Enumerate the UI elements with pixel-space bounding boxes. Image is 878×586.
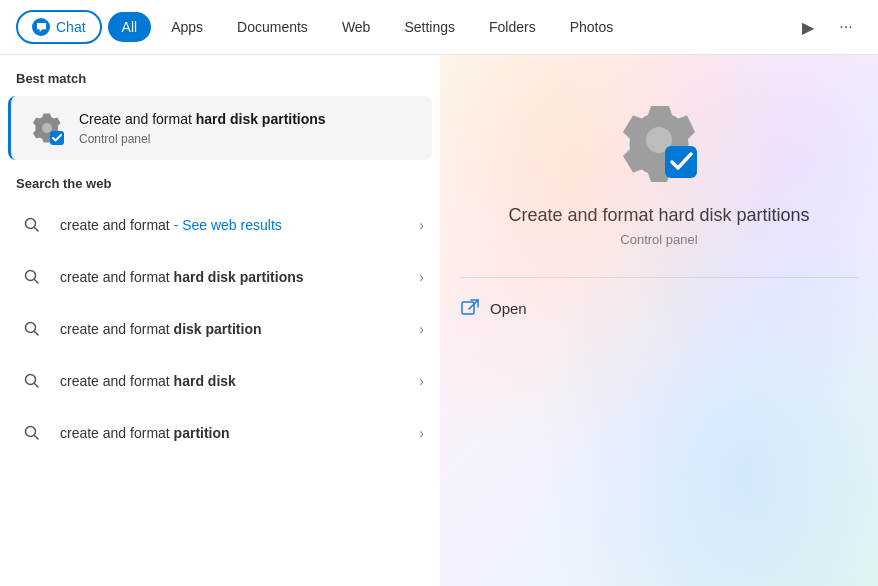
svg-rect-13 — [665, 146, 697, 178]
chevron-icon-1: › — [419, 217, 424, 233]
search-1-see-web: - See web results — [174, 217, 282, 233]
svg-line-5 — [35, 280, 39, 284]
search-web-title: Search the web — [0, 160, 440, 199]
open-icon — [460, 298, 480, 318]
chat-label: Chat — [56, 19, 86, 35]
search-icon-1 — [16, 209, 48, 241]
more-icon: ··· — [839, 18, 852, 36]
chevron-icon-2: › — [419, 269, 424, 285]
chevron-icon-4: › — [419, 373, 424, 389]
best-match-item-title: Create and format hard disk partitions — [79, 110, 416, 130]
best-match-item[interactable]: Create and format hard disk partitions C… — [8, 96, 432, 160]
search-item-4[interactable]: create and format hard disk › — [0, 355, 440, 407]
search-item-1[interactable]: create and format - See web results › — [0, 199, 440, 251]
tab-photos[interactable]: Photos — [556, 12, 628, 42]
top-bar: Chat All Apps Documents Web Settings Fol… — [0, 0, 878, 55]
search-1-regular: create and format — [60, 217, 170, 233]
search-4-bold: hard disk — [170, 373, 236, 389]
search-item-3[interactable]: create and format disk partition › — [0, 303, 440, 355]
search-2-regular: create and format — [60, 269, 170, 285]
chat-button[interactable]: Chat — [16, 10, 102, 44]
search-4-regular: create and format — [60, 373, 170, 389]
title-bold: hard disk partitions — [192, 111, 326, 127]
chat-icon — [32, 18, 50, 36]
search-3-bold: disk partition — [170, 321, 262, 337]
tab-folders[interactable]: Folders — [475, 12, 550, 42]
search-item-5-text: create and format partition — [60, 425, 407, 441]
search-2-bold: hard disk partitions — [170, 269, 304, 285]
best-match-text: Create and format hard disk partitions C… — [79, 110, 416, 146]
main-content: Best match Create and format hard disk p… — [0, 55, 878, 586]
search-icon-5 — [16, 417, 48, 449]
next-icon: ▶ — [802, 18, 814, 37]
best-match-title: Best match — [0, 71, 440, 96]
search-item-5[interactable]: create and format partition › — [0, 407, 440, 459]
svg-line-3 — [35, 228, 39, 232]
next-button[interactable]: ▶ — [792, 11, 824, 43]
svg-point-0 — [42, 123, 52, 133]
open-label: Open — [490, 300, 527, 317]
tab-apps[interactable]: Apps — [157, 12, 217, 42]
right-app-subtitle: Control panel — [620, 232, 697, 247]
tab-settings[interactable]: Settings — [390, 12, 469, 42]
chevron-icon-3: › — [419, 321, 424, 337]
left-panel: Best match Create and format hard disk p… — [0, 55, 440, 586]
search-5-bold: partition — [170, 425, 230, 441]
search-icon-4 — [16, 365, 48, 397]
best-match-item-subtitle: Control panel — [79, 132, 416, 146]
svg-line-9 — [35, 384, 39, 388]
divider — [460, 277, 858, 278]
tab-documents[interactable]: Documents — [223, 12, 322, 42]
app-icon-large — [614, 95, 704, 185]
search-item-2[interactable]: create and format hard disk partitions › — [0, 251, 440, 303]
more-button[interactable]: ··· — [830, 11, 862, 43]
right-panel: Create and format hard disk partitions C… — [440, 55, 878, 586]
svg-line-11 — [35, 436, 39, 440]
title-regular: Create and format — [79, 111, 192, 127]
open-button[interactable]: Open — [460, 288, 858, 328]
search-item-3-text: create and format disk partition — [60, 321, 407, 337]
search-item-1-text: create and format - See web results — [60, 217, 407, 233]
svg-line-7 — [35, 332, 39, 336]
app-icon-small — [27, 108, 67, 148]
tab-web[interactable]: Web — [328, 12, 385, 42]
search-3-regular: create and format — [60, 321, 170, 337]
chevron-icon-5: › — [419, 425, 424, 441]
search-icon-3 — [16, 313, 48, 345]
search-item-2-text: create and format hard disk partitions — [60, 269, 407, 285]
search-5-regular: create and format — [60, 425, 170, 441]
tab-all[interactable]: All — [108, 12, 152, 42]
search-icon-2 — [16, 261, 48, 293]
svg-rect-14 — [462, 302, 474, 314]
right-app-title: Create and format hard disk partitions — [508, 205, 809, 226]
search-item-4-text: create and format hard disk — [60, 373, 407, 389]
